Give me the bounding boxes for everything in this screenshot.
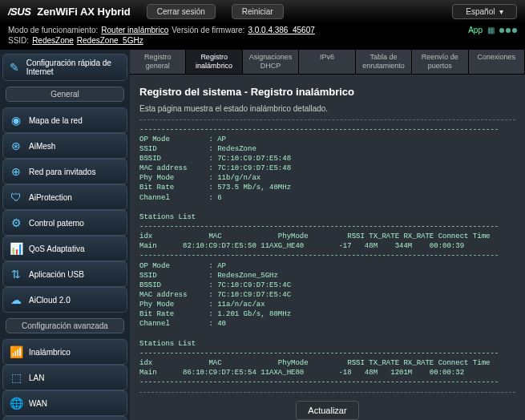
sidebar-icon: 🛡: [8, 189, 24, 205]
sidebar-item-aicloud-2-0[interactable]: ☁AiCloud 2.0: [2, 287, 127, 313]
signal-icon: [499, 28, 517, 33]
sidebar-item-inal-mbrico[interactable]: 📶Inalámbrico: [2, 339, 127, 365]
tab-conexiones[interactable]: Conexiones: [469, 50, 525, 74]
ssid-label: SSID:: [8, 36, 29, 45]
tab-registro-inal-mbrico[interactable]: Registro inalámbrico: [186, 50, 242, 74]
sidebar-item-qos-adaptativa[interactable]: 📊QoS Adaptativa: [2, 236, 127, 261]
sidebar-icon: ⬚: [8, 370, 24, 386]
tab-tabla-de-enrutamiento[interactable]: Tabla de enrutamiento: [356, 50, 412, 74]
page-desc: Esta página muestra el estado inalámbric…: [139, 104, 515, 113]
top-bar: /SUS ZenWiFi AX Hybrid Cerrar sesión Rei…: [0, 0, 525, 22]
sidebar-icon: 📶: [8, 344, 24, 360]
fw-label: Versión de firmware:: [172, 26, 244, 34]
sidebar-item-label: Inalámbrico: [29, 348, 71, 357]
sidebar-item-label: LAN: [29, 374, 44, 382]
sidebar-icon: ☁: [8, 292, 24, 308]
reboot-button[interactable]: Reiniciar: [232, 4, 284, 19]
sidebar-icon: ⊛: [8, 138, 24, 154]
tab-ipv6[interactable]: IPv6: [299, 50, 355, 74]
page-title: Registro del sistema - Registro inalámbr…: [139, 83, 515, 104]
sidebar-icon: ⊕: [8, 164, 24, 180]
sidebar-item-label: Configuración rápida de Internet: [26, 59, 122, 76]
sidebar-quick-setup[interactable]: ✎ Configuración rápida de Internet: [2, 54, 127, 81]
app-qr-icon[interactable]: ▦: [487, 26, 495, 34]
fw-link[interactable]: 3.0.0.4.386_45607: [248, 26, 314, 34]
sidebar-icon: ◉: [8, 112, 24, 128]
sidebar-item-label: Red para invitados: [29, 168, 95, 176]
sidebar-item-wan[interactable]: 🌐WAN: [2, 390, 127, 416]
sidebar-item-label: AiProtection: [29, 193, 72, 202]
sidebar-item-aiprotection[interactable]: 🛡AiProtection: [2, 184, 127, 210]
logout-button[interactable]: Cerrar sesión: [147, 4, 216, 19]
sidebar-icon: 📊: [8, 240, 24, 256]
tab-reenv-o-de-puertos[interactable]: Reenvío de puertos: [412, 50, 468, 74]
sidebar-item-label: Control paterno: [29, 219, 84, 228]
language-select[interactable]: Español ▾: [452, 4, 517, 19]
sidebar: ✎ Configuración rápida de Internet Gener…: [0, 50, 130, 420]
sidebar-item-mapa-de-la-red[interactable]: ◉Mapa de la red: [2, 107, 127, 133]
sidebar-group-advanced: Configuración avanzada: [6, 318, 124, 333]
sidebar-icon: ⚙: [8, 215, 24, 231]
update-button[interactable]: Actualizar: [296, 401, 358, 420]
sidebar-item-alexa-ifttt[interactable]: 🔗Alexa & IFTTT: [2, 416, 127, 420]
sidebar-item-aimesh[interactable]: ⊛AiMesh: [2, 133, 127, 159]
sidebar-item-red-para-invitados[interactable]: ⊕Red para invitados: [2, 159, 127, 184]
tab-bar: Registro generalRegistro inalámbricoAsig…: [130, 50, 525, 75]
brand-logo: /SUS: [8, 6, 30, 18]
wireless-log: ----------------------------------------…: [139, 119, 515, 394]
opmode-link[interactable]: Router inalámbrico: [101, 26, 168, 34]
sidebar-item-control-paterno[interactable]: ⚙Control paterno: [2, 210, 127, 236]
model-name: ZenWiFi AX Hybrid: [37, 6, 130, 18]
ssid1-link[interactable]: RedesZone: [32, 36, 74, 45]
sidebar-item-label: QoS Adaptativa: [29, 244, 85, 253]
wizard-icon: ✎: [8, 59, 22, 75]
sidebar-item-label: WAN: [29, 399, 47, 408]
sidebar-item-label: AiMesh: [29, 142, 55, 151]
tab-registro-general[interactable]: Registro general: [130, 50, 186, 74]
sidebar-item-label: Aplicación USB: [29, 270, 84, 279]
info-bar: Modo de funcionamiento: Router inalámbri…: [0, 22, 525, 50]
tab-asignaciones-dhcp[interactable]: Asignaciones DHCP: [243, 50, 299, 74]
sidebar-icon: ⇅: [8, 266, 24, 282]
sidebar-item-lan[interactable]: ⬚LAN: [2, 365, 127, 390]
sidebar-item-aplicaci-n-usb[interactable]: ⇅Aplicación USB: [2, 261, 127, 287]
sidebar-icon: 🌐: [8, 395, 24, 411]
app-badge[interactable]: App: [468, 26, 483, 34]
sidebar-item-label: Mapa de la red: [29, 116, 83, 125]
opmode-label: Modo de funcionamiento:: [8, 26, 98, 34]
ssid2-link[interactable]: RedesZone_5GHz: [77, 36, 143, 45]
content-area: Registro generalRegistro inalámbricoAsig…: [130, 50, 525, 420]
sidebar-item-label: AiCloud 2.0: [29, 296, 71, 305]
sidebar-group-general: General: [6, 87, 124, 102]
